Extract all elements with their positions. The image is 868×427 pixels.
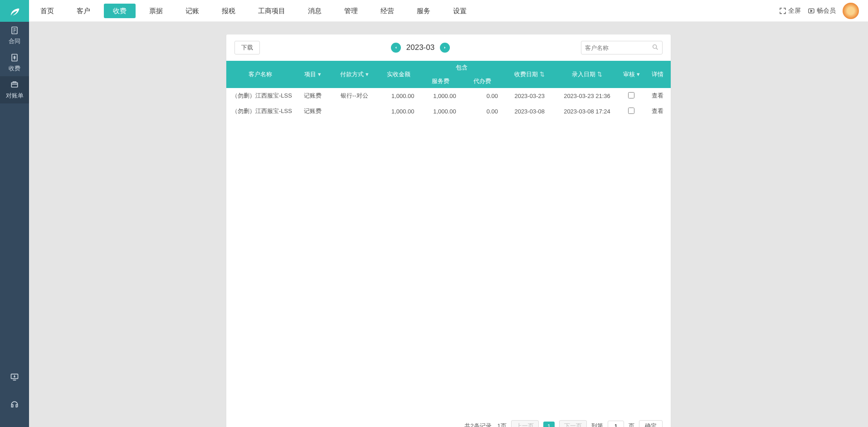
view-link[interactable]: 查看 — [652, 92, 663, 99]
th-fee-date[interactable]: 收费日期⇅ — [503, 61, 556, 88]
th-project[interactable]: 项目▾ — [294, 61, 331, 88]
cell-audit — [619, 88, 645, 103]
nav-item-5[interactable]: 报税 — [213, 4, 244, 18]
cell-pay-method — [331, 103, 378, 119]
top-nav: 首页客户收费票据记账报税工商项目消息管理经营服务设置 全屏 畅会员 — [0, 0, 868, 22]
nav-item-9[interactable]: 经营 — [371, 4, 403, 18]
member-button[interactable]: 畅会员 — [808, 7, 836, 15]
chevron-right-icon — [443, 45, 447, 50]
main-panel: 下载 2023-03 客户名称 项目▾ — [226, 34, 671, 427]
page-unit: 页 — [629, 422, 634, 427]
cell-customer: （勿删）江西服宝-LSS — [226, 103, 294, 119]
confirm-button[interactable]: 确定 — [639, 420, 663, 427]
sidebar-item-label: 收费 — [9, 64, 20, 73]
sort-icon: ⇅ — [597, 71, 602, 78]
th-entry-date[interactable]: 录入日期⇅ — [556, 61, 618, 88]
th-audit[interactable]: 审核▾ — [619, 61, 645, 88]
fullscreen-button[interactable]: 全屏 — [779, 7, 801, 15]
nav-right: 全屏 畅会员 — [779, 3, 868, 19]
statement-icon — [10, 80, 20, 90]
cell-service-fee: 1,000.00 — [420, 88, 462, 103]
cell-fee-date: 2023-03-23 — [503, 88, 556, 103]
sidebar-bottom — [0, 363, 29, 427]
prev-page-button[interactable]: 上一页 — [511, 420, 539, 427]
content-area: 下载 2023-03 客户名称 项目▾ — [29, 22, 868, 427]
fullscreen-icon — [779, 7, 786, 15]
contract-icon — [10, 25, 20, 35]
fullscreen-label: 全屏 — [788, 7, 801, 15]
nav-item-11[interactable]: 设置 — [444, 4, 476, 18]
nav-item-8[interactable]: 管理 — [335, 4, 367, 18]
page-input[interactable] — [608, 421, 624, 427]
sidebar-item-fee[interactable]: 收费 — [0, 49, 29, 76]
search-box — [581, 41, 663, 54]
data-table: 客户名称 项目▾ 付款方式▾ 实收金额 包含 收费日期⇅ 录入日期⇅ 审核▾ 详… — [226, 61, 671, 119]
nav-item-1[interactable]: 客户 — [68, 4, 99, 18]
search-input[interactable] — [581, 41, 663, 54]
nav-item-7[interactable]: 消息 — [299, 4, 331, 18]
sidebar-item-label: 合同 — [9, 37, 20, 45]
nav-item-0[interactable]: 首页 — [31, 4, 63, 18]
current-page[interactable]: 1 — [543, 422, 555, 427]
sidebar-download-button[interactable] — [0, 363, 29, 391]
cell-entry-date: 2023-03-23 21:36 — [556, 88, 618, 103]
th-pay-method[interactable]: 付款方式▾ — [331, 61, 378, 88]
sort-icon: ⇅ — [540, 71, 545, 78]
panel-toolbar: 下载 2023-03 — [226, 34, 671, 61]
th-agent-fee: 代办费 — [462, 74, 503, 88]
nav-logo[interactable] — [0, 0, 29, 22]
caret-down-icon: ▾ — [637, 71, 640, 78]
th-actual: 实收金额 — [378, 61, 419, 88]
table-row: （勿删）江西服宝-LSS记账费银行--对公1,000.001,000.000.0… — [226, 88, 671, 103]
svg-rect-3 — [11, 83, 17, 87]
nav-items: 首页客户收费票据记账报税工商项目消息管理经营服务设置 — [29, 0, 478, 22]
download-button[interactable]: 下载 — [234, 41, 260, 54]
leaf-icon — [8, 5, 21, 17]
nav-item-3[interactable]: 票据 — [140, 4, 172, 18]
th-service-fee: 服务费 — [420, 74, 462, 88]
cell-fee-date: 2023-03-08 — [503, 103, 556, 119]
headset-icon — [10, 399, 20, 409]
month-picker: 2023-03 — [260, 43, 581, 53]
sidebar-item-contract[interactable]: 合同 — [0, 22, 29, 49]
sidebar: 合同收费对账单 — [0, 22, 29, 427]
cell-detail: 查看 — [644, 88, 671, 103]
current-month[interactable]: 2023-03 — [406, 43, 434, 52]
cell-audit — [619, 103, 645, 119]
cell-service-fee: 1,000.00 — [420, 103, 462, 119]
cell-project: 记账费 — [294, 88, 331, 103]
nav-item-10[interactable]: 服务 — [408, 4, 439, 18]
view-link[interactable]: 查看 — [652, 108, 663, 114]
audit-checkbox[interactable] — [628, 108, 634, 114]
cell-actual: 1,000.00 — [378, 103, 419, 119]
cell-customer: （勿删）江西服宝-LSS — [226, 88, 294, 103]
goto-label: 到第 — [591, 422, 603, 427]
nav-item-2[interactable]: 收费 — [104, 4, 136, 18]
cell-detail: 查看 — [644, 103, 671, 119]
user-avatar[interactable] — [843, 3, 859, 19]
sidebar-item-statement[interactable]: 对账单 — [0, 76, 29, 103]
cell-project: 记账费 — [294, 103, 331, 119]
cell-agent-fee: 0.00 — [462, 88, 503, 103]
play-box-icon — [808, 7, 815, 15]
next-page-button[interactable]: 下一页 — [559, 420, 587, 427]
sidebar-item-label: 对账单 — [6, 92, 24, 100]
svg-point-5 — [653, 45, 657, 49]
monitor-download-icon — [10, 372, 20, 382]
record-summary: 共2条记录，1页 — [464, 422, 506, 427]
caret-down-icon: ▾ — [318, 71, 321, 78]
nav-item-4[interactable]: 记账 — [176, 4, 208, 18]
pagination: 共2条记录，1页 上一页 1 下一页 到第 页 确定 — [226, 414, 671, 427]
cell-pay-method: 银行--对公 — [331, 88, 378, 103]
next-month-button[interactable] — [440, 43, 450, 53]
prev-month-button[interactable] — [391, 43, 401, 53]
cell-agent-fee: 0.00 — [462, 103, 503, 119]
sidebar-support-button[interactable] — [0, 391, 29, 418]
th-detail: 详情 — [644, 61, 671, 88]
fee-icon — [10, 53, 20, 63]
table-body: （勿删）江西服宝-LSS记账费银行--对公1,000.001,000.000.0… — [226, 88, 671, 119]
audit-checkbox[interactable] — [628, 92, 634, 98]
chevron-left-icon — [394, 45, 398, 50]
search-icon[interactable] — [652, 44, 659, 53]
nav-item-6[interactable]: 工商项目 — [249, 4, 294, 18]
